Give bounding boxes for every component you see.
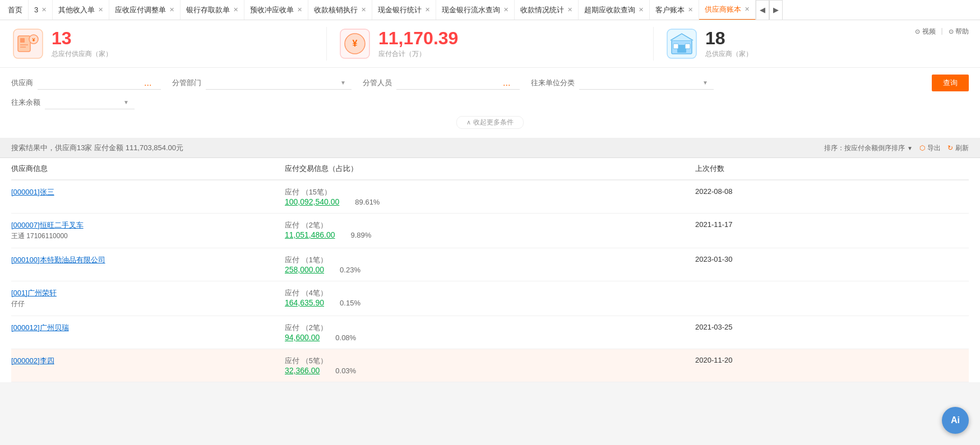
stat-payable-suppliers-content: 13 总应付供应商（家）: [52, 29, 112, 59]
balance-input[interactable]: [45, 96, 123, 109]
close-cash-bank-stats[interactable]: ✕: [425, 6, 430, 13]
payable-label-3: 应付: [285, 289, 299, 297]
payable-amount-1[interactable]: 11,051,486.00: [285, 230, 335, 239]
filter-row-2: 往来余额 ▼: [11, 96, 969, 109]
svg-rect-2: [20, 38, 25, 43]
payable-label-2: 应付: [285, 256, 299, 264]
supplier-cell-2: [000100]本特勤油品有限公司: [11, 255, 285, 265]
close-overdue-query[interactable]: ✕: [639, 6, 644, 13]
nav-bank-deposit[interactable]: 银行存取款单 ✕: [181, 0, 244, 20]
nav-cash-bank-stats[interactable]: 现金银行统计 ✕: [372, 0, 436, 20]
nav-prepay-offset[interactable]: 预收冲应收单 ✕: [244, 0, 308, 20]
person-dots-btn[interactable]: ...: [503, 78, 510, 88]
nav-other-income[interactable]: 其他收入单 ✕: [53, 0, 109, 20]
balance-chevron[interactable]: ▼: [123, 99, 129, 105]
nav-right-arrow[interactable]: ▶: [769, 0, 783, 20]
sort-chevron-icon: ▼: [907, 145, 913, 151]
nav-collection-exec[interactable]: 收款核销执行 ✕: [308, 0, 372, 20]
last-payment-date-4: 2021-03-25: [695, 323, 733, 331]
close-cash-bank-flow[interactable]: ✕: [503, 6, 509, 13]
supplier-cell-3: [001]广州荣轩 仔仔: [11, 288, 285, 309]
right-actions: 排序：按应付余额倒序排序 ▼ ⬡ 导出 ↻ 刷新: [824, 143, 969, 153]
close-bank-deposit[interactable]: ✕: [233, 6, 238, 13]
nav-collection-stats[interactable]: 收款情况统计 ✕: [515, 0, 579, 20]
department-filter: 分管部门 ▼: [172, 76, 352, 90]
payable-cell-0: 应付 （15笔） 100,092,540.00 89.61%: [285, 187, 695, 206]
last-payment-date-1: 2021-11-17: [695, 220, 733, 229]
nav-cash-bank-flow[interactable]: 现金银行流水查询 ✕: [436, 0, 515, 20]
table-row: [001]广州荣轩 仔仔 应付 （4笔） 164,635.90 0.15%: [11, 281, 969, 316]
department-input[interactable]: [206, 76, 340, 89]
payable-cell-2: 应付 （1笔） 258,000.00 0.23%: [285, 255, 695, 274]
supplier-link-4[interactable]: [000012]广州贝瑞: [11, 323, 69, 332]
payable-cell-1: 应付 （2笔） 11,051,486.00 9.89%: [285, 220, 695, 239]
video-link[interactable]: ⊙ 视频: [915, 27, 935, 36]
payable-amount-0[interactable]: 100,092,540.00: [285, 197, 339, 206]
supplier-link-1[interactable]: [000007]恒旺二手叉车: [11, 221, 84, 229]
balance-filter: 往来余额 ▼: [11, 96, 135, 109]
total-suppliers-icon: [665, 27, 699, 61]
payable-percent-5: 0.03%: [335, 367, 356, 375]
payable-percent-2: 0.23%: [340, 266, 360, 274]
nav-home[interactable]: 首页: [2, 0, 29, 20]
department-chevron[interactable]: ▼: [340, 80, 346, 86]
query-button[interactable]: 查询: [932, 75, 969, 91]
payable-label-4: 应付: [285, 323, 299, 332]
payable-total-icon: ¥: [338, 27, 372, 61]
sort-label[interactable]: 排序：按应付余额倒序排序 ▼: [824, 143, 913, 153]
table-header: 供应商信息 应付交易信息（占比） 上次付数: [11, 158, 969, 180]
close-collection-exec[interactable]: ✕: [361, 6, 366, 13]
table-row: [000002]李四 应付 （5笔） 32,366.00 0.03% 2020-…: [11, 349, 969, 382]
person-input[interactable]: [396, 76, 503, 89]
result-text: 搜索结果中，供应商13家 应付金额 111,703,854.00元: [11, 143, 183, 153]
stat-payable-total: ¥ 11,170.39 应付合计（万）: [338, 27, 642, 61]
top-right-links: ⊙ 视频 | ⊙ 帮助: [915, 27, 969, 36]
table-row: [000001]张三 应付 （15笔） 100,092,540.00 89.61…: [11, 180, 969, 214]
collapse-button[interactable]: ∧ 收起更多条件: [456, 116, 524, 129]
close-customer-ledger[interactable]: ✕: [688, 6, 693, 13]
nav-overdue-query[interactable]: 超期应收款查询 ✕: [579, 0, 650, 20]
supplier-link-2[interactable]: [000100]本特勤油品有限公司: [11, 256, 105, 264]
category-chevron[interactable]: ▼: [702, 80, 708, 86]
help-link[interactable]: ⊙ 帮助: [949, 27, 969, 36]
close-tab-3[interactable]: ✕: [41, 6, 47, 13]
supplier-dots-btn[interactable]: ...: [144, 78, 151, 88]
nav-supplier-ledger[interactable]: 供应商账本 ✕: [699, 0, 756, 20]
svg-rect-13: [673, 44, 678, 49]
nav-receivable-adjustment[interactable]: 应收应付调整单 ✕: [109, 0, 181, 20]
payable-amount-3[interactable]: 164,635.90: [285, 298, 324, 307]
payable-amount-5[interactable]: 32,366.00: [285, 366, 320, 375]
total-suppliers-number: 18: [705, 29, 752, 47]
last-payment-cell-0: 2022-08-08: [695, 187, 969, 196]
supplier-input[interactable]: [38, 76, 144, 89]
stat-divider-1: [326, 27, 327, 61]
payable-amount-2[interactable]: 258,000.00: [285, 265, 324, 274]
close-supplier-ledger[interactable]: ✕: [745, 6, 750, 13]
payable-count-5: （5笔）: [302, 356, 327, 365]
export-btn[interactable]: ⬡ 导出: [919, 143, 941, 153]
close-other-income[interactable]: ✕: [98, 6, 103, 13]
close-receivable-adjustment[interactable]: ✕: [169, 6, 174, 13]
nav-customer-ledger[interactable]: 客户账本 ✕: [650, 0, 699, 20]
supplier-sub-1: 王通 17106110000: [11, 231, 285, 241]
refresh-icon: ↻: [947, 144, 953, 152]
filter-area: 供应商 ... 分管部门 ▼ 分管人员 ... 往来单位分类 ▼: [0, 68, 980, 138]
svg-rect-14: [685, 44, 690, 49]
refresh-btn[interactable]: ↻ 刷新: [947, 143, 969, 153]
nav-tab-3[interactable]: 3 ✕: [29, 0, 53, 20]
supplier-link-0[interactable]: [000001]张三: [11, 188, 54, 196]
table-body: [000001]张三 应付 （15笔） 100,092,540.00 89.61…: [11, 180, 969, 382]
stat-payable-total-content: 11,170.39 应付合计（万）: [378, 29, 458, 59]
payable-cell-4: 应付 （2笔） 94,600.00 0.08%: [285, 323, 695, 342]
nav-left-arrow[interactable]: ◀: [756, 0, 769, 20]
col-supplier-info: 供应商信息: [11, 164, 285, 174]
payable-amount-4[interactable]: 94,600.00: [285, 333, 320, 342]
payable-total-label: 应付合计（万）: [378, 49, 458, 59]
close-prepay-offset[interactable]: ✕: [297, 6, 302, 13]
supplier-link-3[interactable]: [001]广州荣轩: [11, 289, 57, 297]
supplier-label: 供应商: [11, 78, 33, 88]
close-collection-stats[interactable]: ✕: [567, 6, 572, 13]
category-input[interactable]: [579, 76, 702, 89]
supplier-link-5[interactable]: [000002]李四: [11, 356, 54, 365]
total-payable-suppliers-number: 13: [52, 29, 112, 47]
